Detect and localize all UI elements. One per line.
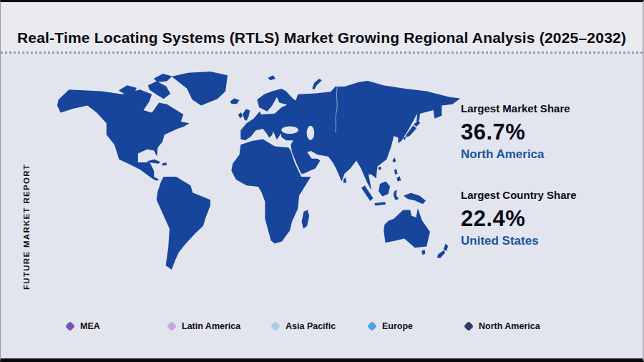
greenland	[172, 72, 228, 106]
novaya-zemlya	[312, 79, 322, 89]
legend-item-europe: Europe	[369, 321, 413, 331]
legend-dot-icon	[65, 321, 75, 331]
stat-region: North America	[461, 147, 633, 162]
legend-item-mea: MEA	[67, 321, 100, 331]
watermark-brand-text: FUTURE MARKET REPORT	[22, 167, 31, 290]
legend-item-latin-america: Latin America	[168, 321, 240, 331]
world-map	[41, 69, 462, 280]
iceland	[230, 99, 240, 104]
madagascar	[302, 210, 310, 228]
legend-label: MEA	[80, 321, 100, 331]
british-isles	[238, 109, 250, 120]
new-zealand	[437, 243, 448, 258]
borneo	[379, 181, 390, 196]
sulawesi	[394, 190, 399, 200]
tasmania	[421, 250, 425, 255]
sri-lanka	[343, 177, 347, 183]
continent-north-america	[57, 89, 190, 181]
legend-dot-icon	[367, 321, 377, 331]
legend-label: North America	[479, 321, 540, 331]
hainan	[379, 167, 381, 170]
legend-item-asia-pacific: Asia Pacific	[272, 321, 336, 331]
continent-south-america	[157, 177, 210, 270]
legend-dot-icon	[167, 321, 177, 331]
black-sea	[281, 126, 298, 134]
svalbard	[268, 75, 276, 80]
world-landmass	[57, 72, 460, 270]
title-band: Real-Time Locating Systems (RTLS) Market…	[1, 2, 643, 54]
stat-largest-market-share: Largest Market Share 36.7% North America	[461, 102, 633, 162]
stat-label: Largest Market Share	[461, 102, 633, 114]
caspian-sea	[307, 126, 315, 140]
legend-dot-icon	[270, 321, 280, 331]
stat-largest-country-share: Largest Country Share 22.4% United State…	[461, 189, 633, 248]
stat-value: 36.7%	[461, 119, 633, 145]
australia	[384, 208, 430, 248]
infographic-frame: Real-Time Locating Systems (RTLS) Market…	[0, 0, 644, 362]
stat-label: Largest Country Share	[461, 189, 633, 201]
page-title: Real-Time Locating Systems (RTLS) Market…	[17, 29, 626, 47]
stat-region: United States	[461, 234, 633, 248]
legend: MEA Latin America Asia Pacific Europe No…	[1, 321, 643, 338]
taiwan	[393, 157, 396, 163]
legend-label: Asia Pacific	[286, 321, 336, 331]
legend-label: Latin America	[182, 321, 240, 331]
legend-item-north-america: North America	[465, 321, 540, 331]
stat-value: 22.4%	[461, 206, 633, 232]
sumatra	[361, 185, 373, 201]
legend-label: Europe	[382, 321, 413, 331]
philippines	[394, 169, 401, 182]
java	[374, 202, 386, 205]
legend-dot-icon	[464, 321, 474, 331]
stats-panel: Largest Market Share 36.7% North America…	[461, 102, 633, 248]
new-guinea	[404, 193, 426, 204]
